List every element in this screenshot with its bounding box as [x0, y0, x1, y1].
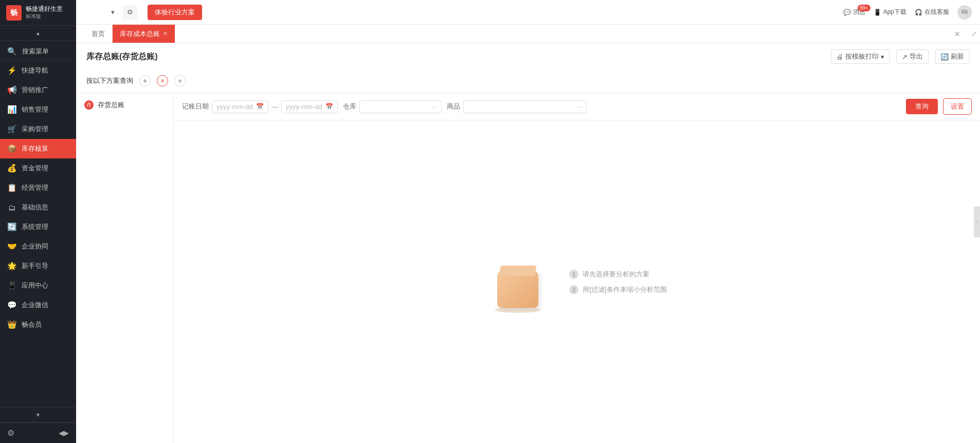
app-center-icon: 📱: [7, 281, 16, 290]
page-header: 库存总账(存货总账) 🖨 按模板打印 ▾ ↗ 导出 🔄 刷新: [76, 43, 980, 93]
topbar: ▾ ⚙ 体验行业方案 💬 消息 99+ 📱 App下载 🎧 在线客服: [76, 0, 980, 25]
sidebar-item-quick-nav[interactable]: ⚡ 快捷导航: [0, 61, 76, 80]
module-dropdown[interactable]: ▾: [84, 8, 115, 16]
print-btn[interactable]: 🖨 按模板打印 ▾: [831, 49, 890, 64]
filter-label: 按以下方案查询: [86, 76, 133, 85]
sidebar-item-basic-info[interactable]: 🗂 基础信息: [0, 198, 76, 217]
empty-tips: 1 请先选择要分析的方案 2 用[过滤]条件来缩小分析范围: [569, 270, 666, 294]
tab-inventory-ledger-label: 库存成本总账: [120, 29, 160, 39]
date-start-input[interactable]: yyyy-mm-dd 📅: [212, 100, 268, 113]
filter-row: 按以下方案查询 + × «: [86, 70, 970, 93]
sidebar-item-app-center[interactable]: 📱 应用中心: [0, 276, 76, 295]
app-download-label: App下载: [883, 8, 906, 16]
purchase-icon: 🛒: [7, 125, 16, 134]
query-area: 记账日期 yyyy-mm-dd 📅 — yyyy-mm-dd 📅 仓库: [174, 93, 980, 443]
scheme-item-inventory-ledger[interactable]: 存 存货总账: [76, 95, 173, 115]
sidebar-item-label: 经营管理: [22, 183, 48, 192]
goods-more-icon: ···: [576, 103, 582, 111]
print-icon: 🖨: [837, 53, 843, 61]
app-download-btn[interactable]: 📱 App下载: [874, 8, 906, 16]
tab-inventory-ledger[interactable]: 库存成本总账 ✕: [113, 25, 175, 43]
sidebar-item-purchase[interactable]: 🛒 采购管理: [0, 119, 76, 139]
sales-icon: 📊: [7, 105, 16, 114]
sidebar-item-sales[interactable]: 📊 销售管理: [0, 100, 76, 119]
refresh-btn[interactable]: 🔄 刷新: [935, 49, 970, 64]
sidebar-item-newbie[interactable]: 🌟 新手引导: [0, 256, 76, 276]
sidebar-item-label: 畅会员: [22, 320, 42, 329]
sidebar-item-system[interactable]: 🔄 系统管理: [0, 217, 76, 237]
tip-text-2: 用[过滤]条件来缩小分析范围: [583, 285, 666, 294]
marketing-icon: 📢: [7, 85, 16, 95]
sidebar-item-member[interactable]: 👑 畅会员: [0, 315, 76, 334]
empty-state: 1 请先选择要分析的方案 2 用[过滤]条件来缩小分析范围: [174, 120, 980, 443]
sidebar-item-label: 销售管理: [22, 105, 48, 114]
app-name: 畅捷通好生意: [26, 5, 63, 13]
tip-text-1: 请先选择要分析的方案: [583, 270, 649, 279]
calendar-end-icon: 📅: [325, 103, 333, 110]
empty-tip-1: 1 请先选择要分析的方案: [569, 270, 666, 279]
page-content: 库存总账(存货总账) 🖨 按模板打印 ▾ ↗ 导出 🔄 刷新: [76, 43, 980, 443]
filter-add-btn[interactable]: +: [139, 75, 151, 86]
scheme-icon: 存: [84, 100, 94, 110]
right-sidebar-toggle[interactable]: ›: [974, 206, 980, 237]
export-btn[interactable]: ↗ 导出: [896, 49, 929, 64]
resize-btn[interactable]: ⤢: [968, 28, 980, 40]
industry-btn[interactable]: 体验行业方案: [148, 5, 202, 20]
tab-close-icon[interactable]: ✕: [163, 30, 168, 37]
sidebar-item-label: 应用中心: [22, 281, 48, 290]
sidebar-item-label: 库存核算: [22, 144, 48, 153]
topbar-left: ▾ ⚙ 体验行业方案: [84, 5, 843, 20]
empty-illustration: [487, 251, 549, 313]
sidebar-item-operations[interactable]: 📋 经营管理: [0, 178, 76, 198]
quick-nav-icon: ⚡: [7, 66, 16, 75]
filter-panel: 存 存货总账: [76, 93, 174, 443]
headset-icon: 🎧: [915, 9, 922, 16]
online-support-btn[interactable]: 🎧 在线客服: [915, 8, 949, 16]
operations-icon: 📋: [7, 183, 16, 192]
basic-info-icon: 🗂: [7, 203, 16, 212]
sidebar-item-enterprise[interactable]: 🤝 企业协同: [0, 237, 76, 256]
date-separator: —: [271, 103, 278, 111]
sidebar-settings-btn[interactable]: ⚙: [7, 428, 14, 438]
settings-btn[interactable]: 设置: [943, 98, 972, 115]
date-end-input[interactable]: yyyy-mm-dd 📅: [281, 100, 338, 113]
content-area: 存 存货总账 记账日期 yyyy-mm-dd 📅 —: [76, 93, 980, 443]
app-version: 标准版: [26, 13, 63, 20]
scheme-icon-text: 存: [86, 101, 92, 109]
newbie-icon: 🌟: [7, 261, 16, 271]
sidebar-item-inventory[interactable]: 📦 库存核算: [0, 139, 76, 158]
current-module-label: [84, 8, 109, 16]
query-btn[interactable]: 查询: [906, 99, 938, 114]
sidebar-scroll-down[interactable]: ▼: [33, 410, 43, 420]
close-all-tabs-btn[interactable]: ✕: [951, 28, 964, 40]
tab-home-label: 首页: [92, 29, 105, 39]
message-btn[interactable]: 💬 消息 99+: [843, 8, 865, 16]
date-end-placeholder: yyyy-mm-dd: [286, 103, 322, 111]
empty-tip-2: 2 用[过滤]条件来缩小分析范围: [569, 285, 666, 294]
sidebar-item-wechat[interactable]: 💬 企业微信: [0, 295, 76, 315]
goods-label: 商品: [447, 102, 460, 111]
sidebar-item-label: 搜索菜单: [22, 47, 49, 56]
sidebar-item-label: 资金管理: [22, 164, 48, 173]
filter-remove-btn[interactable]: ×: [157, 75, 168, 86]
sidebar-item-finance[interactable]: 💰 资金管理: [0, 158, 76, 178]
topbar-settings-btn[interactable]: ⚙: [123, 5, 137, 20]
goods-select[interactable]: ···: [463, 100, 587, 113]
user-avatar[interactable]: Rit: [957, 5, 972, 20]
wechat-icon: 💬: [7, 300, 16, 310]
warehouse-select[interactable]: ···: [359, 100, 442, 113]
sidebar-item-label: 基础信息: [22, 203, 48, 212]
sidebar-item-marketing[interactable]: 📢 营销推广: [0, 80, 76, 100]
refresh-icon: 🔄: [940, 53, 949, 61]
phone-icon: 📱: [874, 9, 881, 16]
tab-home[interactable]: 首页: [84, 25, 113, 43]
filter-collapse-btn[interactable]: «: [174, 75, 186, 86]
sidebar-scroll-up[interactable]: ▲: [33, 28, 43, 38]
tip-num-1: 1: [569, 270, 578, 279]
date-field: 记账日期 yyyy-mm-dd 📅 — yyyy-mm-dd 📅: [182, 100, 338, 113]
sidebar-item-label: 系统管理: [22, 222, 48, 232]
page-actions: 🖨 按模板打印 ▾ ↗ 导出 🔄 刷新: [831, 49, 970, 64]
sidebar-collapse-btn[interactable]: ◀▶: [59, 429, 69, 437]
enterprise-icon: 🤝: [7, 242, 16, 251]
sidebar-item-search-menu[interactable]: 🔍 搜索菜单: [0, 43, 76, 61]
